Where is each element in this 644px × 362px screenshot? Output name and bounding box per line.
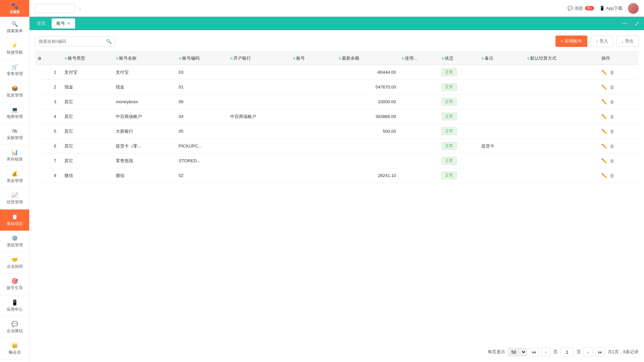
tab-home-label: 首页 <box>37 20 46 26</box>
row-no-6: 7 <box>48 154 62 168</box>
row-action-0: ✏️ 🗑 <box>599 65 639 80</box>
edit-icon-7[interactable]: ✏️ <box>601 173 607 178</box>
import-button[interactable]: ↑ 导入 <box>591 36 613 47</box>
sidebar-item-ecommerce[interactable]: 💻 电商管理 <box>0 103 29 124</box>
row-gear-6 <box>35 154 48 168</box>
top-search-input[interactable] <box>35 4 75 13</box>
col-name[interactable]: ⇅账号名称 <box>113 52 176 65</box>
table-row: 5 其它 大新银行 05 500.00 正常 ✏️ 🗑 <box>35 124 639 139</box>
row-bank-4 <box>227 124 290 139</box>
sidebar-icon-search: 🔍 <box>1 21 28 27</box>
row-action-1: ✏️ 🗑 <box>599 80 639 95</box>
add-account-button[interactable]: + 新增账号 <box>555 36 587 47</box>
search-button[interactable]: 🔍 <box>103 37 115 46</box>
sidebar-item-guide[interactable]: 🎯 新手引导 <box>0 274 29 295</box>
row-name-2: moneybosx <box>113 95 176 109</box>
row-status-4: 正常 <box>439 124 479 139</box>
sidebar-item-purchase[interactable]: 🛍 采购管理 <box>0 124 29 145</box>
col-status[interactable]: ⇅状态 <box>439 52 479 65</box>
delete-icon-4[interactable]: 🗑 <box>610 129 614 134</box>
col-balance[interactable]: ⇅最新余额 <box>336 52 398 65</box>
sidebar-label-cooperation: 企业协同 <box>1 264 28 269</box>
delete-icon-7[interactable]: 🗑 <box>610 173 614 178</box>
last-page-btn[interactable]: ⏭ <box>596 347 605 357</box>
tab-maximize-btn[interactable]: ⤢ <box>632 19 641 28</box>
sidebar-item-finance[interactable]: 💰 资金管理 <box>0 167 29 188</box>
row-status-2: 正常 <box>439 95 479 109</box>
row-usage-7 <box>399 168 439 183</box>
user-avatar[interactable] <box>628 3 639 14</box>
row-type-0: 支付宝 <box>62 65 113 80</box>
col-note[interactable]: ⇅备注 <box>479 52 524 65</box>
col-code[interactable]: ⇅账号编码 <box>176 52 227 65</box>
row-default-settlement-0 <box>524 65 598 80</box>
tab-accounts[interactable]: 账号 ✕ <box>52 18 75 28</box>
edit-icon-4[interactable]: ✏️ <box>601 129 607 134</box>
edit-icon-1[interactable]: ✏️ <box>601 84 607 90</box>
next-page-btn[interactable]: › <box>584 347 593 357</box>
prev-page-btn[interactable]: ‹ <box>541 347 551 357</box>
delete-icon-3[interactable]: 🗑 <box>610 114 614 119</box>
per-page-select[interactable]: 50 100 200 <box>508 348 527 356</box>
sidebar-label-basic: 基础信息 <box>1 221 28 227</box>
edit-icon-0[interactable]: ✏️ <box>601 70 607 75</box>
row-name-0: 支付宝 <box>113 65 176 80</box>
sidebar-item-system[interactable]: ⚙️ 系统管理 <box>0 231 29 252</box>
sidebar-item-inventory[interactable]: 📊 库存核算 <box>0 145 29 167</box>
sidebar-item-operations[interactable]: 📈 经营管理 <box>0 188 29 209</box>
col-usage[interactable]: ⇅使用... <box>399 52 439 65</box>
delete-icon-5[interactable]: 🗑 <box>610 143 614 149</box>
sidebar: 🐾 乐版版 🔍 搜索菜单⚡ 快捷导航🛒 零售管理📦 批发管理💻 电商管理🛍 采购… <box>0 0 30 362</box>
sidebar-label-purchase: 采购管理 <box>1 135 28 141</box>
edit-icon-2[interactable]: ✏️ <box>601 99 607 105</box>
delete-icon-1[interactable]: 🗑 <box>610 84 614 90</box>
sidebar-item-basic[interactable]: 📋 基础信息 <box>0 209 29 231</box>
col-bank[interactable]: ⇅开户银行 <box>227 52 290 65</box>
notification-btn[interactable]: 💬 消息 99+ <box>568 5 594 11</box>
edit-icon-6[interactable]: ✏️ <box>601 158 607 164</box>
col-type[interactable]: ⇅账号类型 <box>62 52 113 65</box>
table-row: 4 其它 中百商场账户 04 中百商场账户 383866.00 正常 ✏️ 🗑 <box>35 109 639 124</box>
row-action-7: ✏️ 🗑 <box>599 168 639 183</box>
table-row: 8 微信 微信 02 28241.10 正常 ✏️ 🗑 <box>35 168 639 183</box>
sidebar-item-wechat[interactable]: 💬 企业微信 <box>0 317 29 338</box>
top-search-dropdown[interactable]: ⌄ <box>78 5 82 11</box>
search-input[interactable] <box>35 37 103 46</box>
row-no-2: 3 <box>48 95 62 109</box>
row-note-5: 提货卡 <box>479 139 524 154</box>
row-gear-2 <box>35 95 48 109</box>
tab-accounts-close[interactable]: ✕ <box>67 21 70 25</box>
sidebar-item-wholesale[interactable]: 📦 批发管理 <box>0 81 29 103</box>
tab-home[interactable]: 首页 <box>32 18 50 28</box>
edit-icon-5[interactable]: ✏️ <box>601 143 607 149</box>
gear-icon[interactable]: ⚙ <box>38 56 42 61</box>
notification-icon: 💬 <box>568 6 573 11</box>
sidebar-label-wholesale: 批发管理 <box>1 93 28 98</box>
sidebar-item-appcenter[interactable]: 📱 应用中心 <box>0 295 29 317</box>
sidebar-item-cooperation[interactable]: 🤝 企业协同 <box>0 252 29 274</box>
first-page-btn[interactable]: ⏮ <box>529 347 539 357</box>
row-type-4: 其它 <box>62 124 113 139</box>
row-gear-0 <box>35 65 48 80</box>
page-input[interactable] <box>560 347 574 357</box>
sidebar-item-retail[interactable]: 🛒 零售管理 <box>0 60 29 81</box>
col-account[interactable]: ⇅账号 <box>290 52 336 65</box>
row-no-3: 4 <box>48 109 62 124</box>
edit-icon-3[interactable]: ✏️ <box>601 114 607 119</box>
export-label: 导出 <box>625 38 634 44</box>
sidebar-item-quick[interactable]: ⚡ 快捷导航 <box>0 38 29 60</box>
app-download-btn[interactable]: 📱 App下载 <box>599 5 623 11</box>
col-default-settlement[interactable]: ⇅默认结算方式 <box>524 52 598 65</box>
sidebar-item-search[interactable]: 🔍 搜索菜单 <box>0 17 29 38</box>
main-area: ⌄ 💬 消息 99+ 📱 App下载 首页 账号 ✕ — ⤢ <box>30 0 644 362</box>
sidebar-item-member[interactable]: 👑 畅会员 <box>0 338 29 360</box>
delete-icon-6[interactable]: 🗑 <box>610 158 614 164</box>
row-type-6: 其它 <box>62 154 113 168</box>
page-of-label: 页 <box>577 349 581 355</box>
tab-minimize-btn[interactable]: — <box>620 19 629 28</box>
export-button[interactable]: ↓ 导出 <box>616 36 639 47</box>
row-usage-5 <box>399 139 439 154</box>
row-gear-1 <box>35 80 48 95</box>
delete-icon-2[interactable]: 🗑 <box>610 99 614 105</box>
delete-icon-0[interactable]: 🗑 <box>610 70 614 75</box>
